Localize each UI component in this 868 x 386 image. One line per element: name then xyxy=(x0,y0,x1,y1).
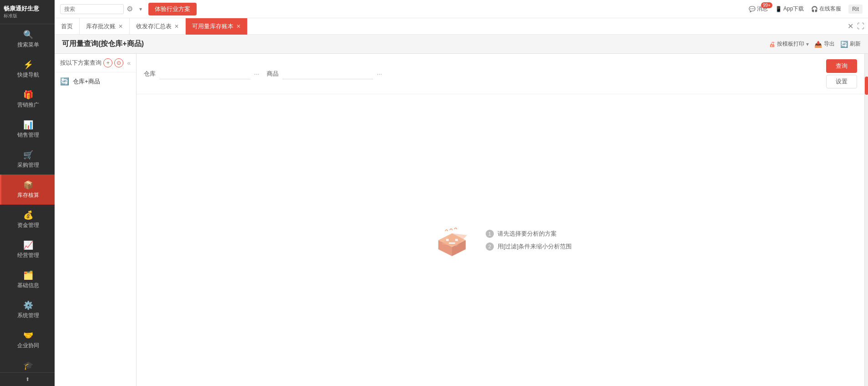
collapse-filter-icon[interactable]: « xyxy=(127,59,131,67)
headset-icon: 🎧 xyxy=(811,6,818,12)
sidebar-item-label: 基础信息 xyxy=(17,282,39,289)
filter-item-icon: 🔄 xyxy=(60,77,69,86)
brand-logo: 畅康通好生意 标准版 xyxy=(0,0,55,24)
filter-item-label: 仓库+商品 xyxy=(73,77,100,86)
settings-icon[interactable]: ⚙ xyxy=(127,5,133,13)
sidebar-item-label: 企业协同 xyxy=(17,342,39,350)
sidebar-item-inventory[interactable]: 📦 库存核算 xyxy=(0,175,55,205)
hint-num-1: 1 xyxy=(486,230,494,238)
product-input[interactable] xyxy=(282,68,373,79)
sidebar-item-search[interactable]: 🔍 搜索菜单 xyxy=(0,24,55,54)
mobile-icon: 📱 xyxy=(775,6,782,12)
gear-icon: ⚙️ xyxy=(23,300,33,310)
customer-service-label: 在线客服 xyxy=(819,5,841,13)
query-panel: 仓库 ··· 商品 ··· 查询 设置 xyxy=(137,54,864,386)
warehouse-input[interactable] xyxy=(159,68,250,79)
filter-item-warehouse-product[interactable]: 🔄 仓库+商品 xyxy=(55,72,136,90)
sidebar-item-operations[interactable]: 📈 经营管理 xyxy=(0,235,55,265)
print-label: 按模板打印 xyxy=(777,40,804,48)
print-button[interactable]: 🖨 按模板打印 ▾ xyxy=(769,40,809,48)
query-fields-row: 仓库 ··· 商品 ··· 查询 设置 xyxy=(137,54,864,94)
export-icon: 📤 xyxy=(814,41,822,48)
sidebar-item-base-info[interactable]: 🗂️ 基础信息 xyxy=(0,265,55,295)
trend-icon: 📈 xyxy=(23,240,33,250)
empty-hints: 1 请先选择要分析的方案 2 用[过滤]条件来缩小分析范围 xyxy=(486,230,572,251)
tab-inventory-summary[interactable]: 收发存汇总表 ✕ xyxy=(130,18,186,35)
chart-icon: 📊 xyxy=(23,120,33,130)
sidebar-item-sales[interactable]: 📊 销售管理 xyxy=(0,114,55,144)
sidebar-item-label: 快捷导航 xyxy=(17,71,39,79)
refresh-icon: 🔄 xyxy=(840,41,848,48)
tabs-actions: ✕ ⛶ xyxy=(848,22,868,31)
folder-icon: 🗂️ xyxy=(23,270,33,280)
topbar-right-area: 💬 消息 99+ 📱 App下载 🎧 在线客服 Rit xyxy=(749,5,863,14)
app-download-label: App下载 xyxy=(783,5,804,13)
content-area: 按以下方案查询 + ⊙ « 🔄 仓库+商品 仓库 ··· xyxy=(55,54,868,386)
add-filter-button[interactable]: + xyxy=(103,58,112,67)
sidebar-item-system[interactable]: ⚙️ 系统管理 xyxy=(0,295,55,325)
dropdown-arrow-icon[interactable]: ▾ xyxy=(139,6,142,12)
sidebar-item-label: 营销推广 xyxy=(17,101,39,109)
tabs-bar: 首页 库存批次账 ✕ 收发存汇总表 ✕ 可用量库存账本 ✕ ✕ ⛶ xyxy=(55,18,868,35)
graduation-icon: 🎓 xyxy=(23,360,33,371)
tab-available-inventory-close[interactable]: ✕ xyxy=(236,23,241,30)
sidebar-item-label: 经营管理 xyxy=(17,252,39,259)
filter-panel: 按以下方案查询 + ⊙ « 🔄 仓库+商品 xyxy=(55,54,137,386)
hint-item-2: 2 用[过滤]条件来缩小分析范围 xyxy=(486,242,572,251)
svg-rect-5 xyxy=(455,239,458,241)
message-button[interactable]: 💬 消息 99+ xyxy=(749,5,768,13)
tab-home[interactable]: 首页 xyxy=(55,18,80,35)
query-button[interactable]: 查询 xyxy=(826,59,857,73)
warehouse-more-icon[interactable]: ··· xyxy=(254,70,259,77)
export-button[interactable]: 📤 导出 xyxy=(814,40,835,48)
print-chevron-icon[interactable]: ▾ xyxy=(806,41,809,47)
filter-header: 按以下方案查询 + ⊙ « xyxy=(55,54,136,72)
sidebar: 畅康通好生意 标准版 🔍 搜索菜单 ⚡ 快捷导航 🎁 营销推广 📊 销售管理 🛒… xyxy=(0,0,55,386)
sidebar-item-enterprise[interactable]: 🤝 企业协同 xyxy=(0,325,55,355)
tab-inventory-batch-label: 库存批次账 xyxy=(86,22,116,31)
sidebar-item-newuser[interactable]: 🎓 新手引导 xyxy=(0,355,55,372)
main-content: ⚙ ▾ 体验行业方案 💬 消息 99+ 📱 App下载 🎧 在线客服 Rit xyxy=(55,0,868,386)
expand-icon[interactable]: ⛶ xyxy=(857,22,864,31)
sidebar-item-marketing[interactable]: 🎁 营销推广 xyxy=(0,84,55,114)
close-tab-icon[interactable]: ✕ xyxy=(848,22,853,31)
tab-available-inventory[interactable]: 可用量库存账本 ✕ xyxy=(186,18,248,35)
svg-rect-6 xyxy=(449,242,455,244)
gift-icon: 🎁 xyxy=(23,90,33,100)
tab-inventory-summary-close[interactable]: ✕ xyxy=(174,23,179,30)
setting-button[interactable]: 设置 xyxy=(826,75,857,88)
sidebar-item-label: 库存核算 xyxy=(17,191,39,199)
sidebar-item-finance[interactable]: 💰 资金管理 xyxy=(0,205,55,235)
product-field: 商品 ··· xyxy=(267,68,382,79)
cart-icon: 🛒 xyxy=(23,150,33,160)
svg-rect-4 xyxy=(446,239,449,241)
inventory-icon: 📦 xyxy=(23,180,33,190)
topbar: ⚙ ▾ 体验行业方案 💬 消息 99+ 📱 App下载 🎧 在线客服 Rit xyxy=(55,0,868,18)
hint-item-1: 1 请先选择要分析的方案 xyxy=(486,230,572,238)
page-title: 可用量查询(按仓库+商品) xyxy=(62,39,144,49)
scrollbar-thumb[interactable] xyxy=(865,77,868,95)
tab-home-label: 首页 xyxy=(61,22,73,31)
message-badge: 99+ xyxy=(761,2,772,8)
product-more-icon[interactable]: ··· xyxy=(377,70,382,77)
sidebar-bottom[interactable]: ⬆ xyxy=(0,372,55,386)
refresh-button[interactable]: 🔄 刷新 xyxy=(840,40,861,48)
sidebar-item-purchase[interactable]: 🛒 采购管理 xyxy=(0,144,55,175)
industry-solution-button[interactable]: 体验行业方案 xyxy=(148,3,197,15)
page-header-actions: 🖨 按模板打印 ▾ 📤 导出 🔄 刷新 xyxy=(769,40,861,48)
warehouse-field: 仓库 ··· xyxy=(144,68,259,79)
customer-service-button[interactable]: 🎧 在线客服 xyxy=(811,5,841,13)
brand-sub: 标准版 xyxy=(4,13,51,19)
topbar-search-area: ⚙ ▾ 体验行业方案 xyxy=(60,3,197,15)
tab-inventory-batch-close[interactable]: ✕ xyxy=(118,23,123,30)
tab-inventory-summary-label: 收发存汇总表 xyxy=(136,22,172,31)
collapse-icon: ⬆ xyxy=(25,376,30,382)
page-header: 可用量查询(按仓库+商品) 🖨 按模板打印 ▾ 📤 导出 🔄 刷新 xyxy=(55,35,868,54)
tab-inventory-batch[interactable]: 库存批次账 ✕ xyxy=(80,18,130,35)
sidebar-item-quicknav[interactable]: ⚡ 快捷导航 xyxy=(0,54,55,84)
hint-text-1: 请先选择要分析的方案 xyxy=(497,230,557,238)
app-download-button[interactable]: 📱 App下载 xyxy=(775,5,804,13)
filter-settings-button[interactable]: ⊙ xyxy=(114,58,123,67)
search-input[interactable] xyxy=(60,4,124,14)
user-info-area[interactable]: Rit xyxy=(848,5,863,14)
